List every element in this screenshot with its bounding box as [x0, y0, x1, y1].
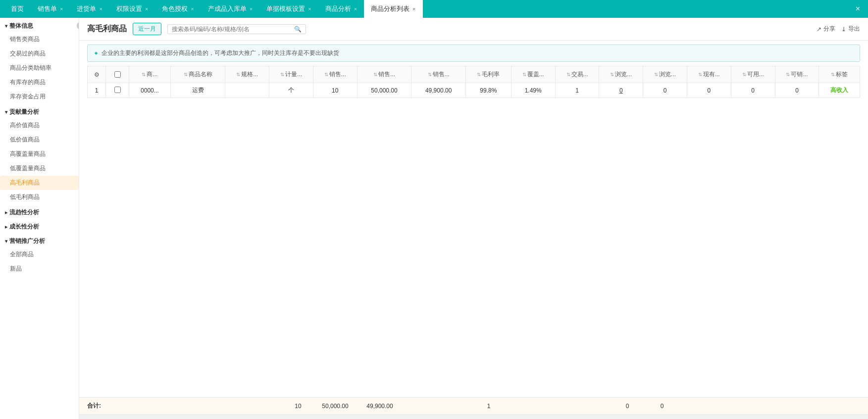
col-label: 规格... [241, 70, 258, 79]
sidebar-section-header-4[interactable]: ▾营销推广分析 [0, 233, 79, 247]
col-label: 现有... [703, 70, 720, 79]
footer-cell-saleable: 0 [645, 403, 679, 410]
col-header-coverage[interactable]: ⇅覆盖... [511, 66, 555, 83]
sidebar-item-1-0[interactable]: 高价值商品 [0, 118, 79, 133]
col-header-sales_qty[interactable]: ⇅销售... [313, 66, 357, 83]
sidebar-item-4-1[interactable]: 新品 [0, 262, 79, 276]
search-icon[interactable]: 🔍 [294, 26, 302, 33]
col-sort-icon: ⇅ [522, 72, 526, 77]
export-button[interactable]: ⤓ 导出 [841, 25, 860, 33]
nav-item-7[interactable]: 商品分析× [318, 0, 364, 18]
info-banner-text: 企业的主要的利润都是这部分商品创造的，可考虑加大推广，同时关注库存是不要出现缺货 [102, 49, 339, 57]
nav-close-icon[interactable]: × [191, 6, 194, 12]
nav-item-6[interactable]: 单据模板设置× [259, 0, 318, 18]
footer-cell-qty: 10 [283, 403, 313, 410]
cell-current_stock: 0 [687, 83, 731, 98]
filter-button[interactable]: 近一月 [133, 23, 161, 35]
col-header-browse1[interactable]: ⇅浏览... [599, 66, 643, 83]
nav-close-icon[interactable]: × [354, 6, 357, 12]
col-header-code[interactable]: ⇅商... [129, 66, 171, 83]
row-checkbox[interactable] [114, 87, 121, 93]
section-label: 整体信息 [9, 22, 33, 30]
cell-checkbox [106, 83, 129, 98]
nav-item-2[interactable]: 进货单× [70, 0, 109, 18]
sidebar-item-1-2[interactable]: 高覆盖量商品 [0, 147, 79, 161]
col-sort-icon: ⇅ [610, 72, 614, 77]
col-header-gross_margin[interactable]: ⇅毛利率 [465, 66, 511, 83]
sidebar-section-header-1[interactable]: ▾贡献量分析 [0, 104, 79, 118]
nav-item-5[interactable]: 产成品入库单× [201, 0, 259, 18]
table-row: 10000...运费个1050,000.0049,900.0099.8%1.49… [88, 83, 860, 98]
col-header-settings[interactable]: ⚙ [88, 66, 106, 83]
sidebar-item-0-3[interactable]: 有库存的商品 [0, 75, 79, 90]
col-label: 商品名称 [189, 70, 212, 79]
export-icon: ⤓ [841, 26, 846, 33]
sidebar-item-0-0[interactable]: 销售类商品 [0, 32, 79, 47]
col-header-checkbox[interactable] [106, 66, 129, 83]
footer-cell-coverage [437, 403, 471, 410]
sidebar-section-header-2[interactable]: ▸流趋性分析 [0, 204, 79, 219]
col-sort-icon: ⇅ [184, 72, 188, 77]
share-label: 分享 [823, 25, 835, 33]
col-sort-icon: ⇅ [742, 72, 746, 77]
col-header-available_stock[interactable]: ⇅可用... [731, 66, 775, 83]
search-input[interactable] [172, 26, 292, 33]
col-label: 浏览... [659, 70, 676, 79]
col-header-spec[interactable]: ⇅规格... [225, 66, 269, 83]
col-sort-icon: ⇅ [831, 72, 835, 77]
bottom-scrollbar[interactable] [79, 414, 868, 419]
content-area: 高毛利商品 近一月 🔍 ↗ 分享 ⤓ 导出 ✦ 企业的主要的利润都是这部分商品创… [79, 18, 868, 419]
nav-item-1[interactable]: 销售单× [31, 0, 70, 18]
col-header-name[interactable]: ⇅商品名称 [170, 66, 225, 83]
col-header-tag[interactable]: ⇅标签 [819, 66, 860, 83]
nav-item-8[interactable]: 商品分析列表× [364, 0, 422, 18]
col-header-transaction[interactable]: ⇅交易... [555, 66, 599, 83]
cell-code: 0000... [129, 83, 171, 98]
sidebar-item-0-1[interactable]: 交易过的商品 [0, 47, 79, 61]
col-header-sales_amount[interactable]: ⇅销售... [357, 66, 411, 83]
nav-close-icon[interactable]: × [145, 6, 148, 12]
sidebar-item-1-3[interactable]: 低覆盖量商品 [0, 161, 79, 176]
nav-close-icon[interactable]: × [250, 6, 253, 12]
global-close-button[interactable]: × [852, 4, 864, 13]
select-all-checkbox[interactable] [114, 71, 121, 78]
sidebar-item-0-2[interactable]: 商品分类助销率 [0, 61, 79, 75]
share-button[interactable]: ↗ 分享 [817, 25, 835, 33]
settings-icon[interactable]: ⚙ [94, 71, 100, 78]
col-label: 销售... [433, 70, 450, 79]
sidebar-item-1-4[interactable]: 高毛利商品 [0, 176, 79, 190]
nav-label: 首页 [11, 4, 24, 13]
section-arrow-icon: ▸ [5, 210, 7, 215]
nav-item-4[interactable]: 角色授权× [155, 0, 201, 18]
col-header-unit[interactable]: ⇅计量... [269, 66, 313, 83]
col-header-sales_profit[interactable]: ⇅销售... [411, 66, 466, 83]
col-sort-icon: ⇅ [280, 72, 284, 77]
sidebar-item-0-4[interactable]: 库存资金占用 [0, 90, 79, 104]
footer-cell-code [140, 403, 169, 410]
sidebar-section-header-3[interactable]: ▸成长性分析 [0, 219, 79, 233]
sidebar-item-1-1[interactable]: 低价值商品 [0, 133, 79, 147]
sidebar-section-header-0[interactable]: ▾整体信息 [0, 18, 79, 32]
col-header-saleable_stock[interactable]: ⇅可销... [775, 66, 819, 83]
col-label: 商... [147, 70, 157, 79]
nav-close-icon[interactable]: × [308, 6, 311, 12]
sidebar-item-4-0[interactable]: 全部商品 [0, 247, 79, 262]
nav-close-icon[interactable]: × [99, 6, 102, 12]
footer-cell-current [575, 403, 610, 410]
col-label: 可用... [747, 70, 764, 79]
nav-item-3[interactable]: 权限设置× [109, 0, 155, 18]
nav-close-icon[interactable]: × [412, 6, 415, 12]
cell-available_stock: 0 [731, 83, 775, 98]
nav-label: 权限设置 [116, 4, 142, 13]
footer-cell-margin [402, 403, 437, 410]
nav-close-icon[interactable]: × [60, 6, 63, 12]
cell-saleable_stock: 0 [775, 83, 819, 98]
col-label: 标签 [836, 70, 848, 79]
search-box: 🔍 [167, 24, 306, 34]
nav-item-0[interactable]: 首页 [4, 0, 31, 18]
col-header-current_stock[interactable]: ⇅现有... [687, 66, 731, 83]
browse-link[interactable]: 0 [619, 87, 623, 94]
cell-sales_qty: 10 [313, 83, 357, 98]
sidebar-item-1-5[interactable]: 低毛利商品 [0, 190, 79, 204]
col-header-browse2[interactable]: ⇅浏览... [643, 66, 687, 83]
